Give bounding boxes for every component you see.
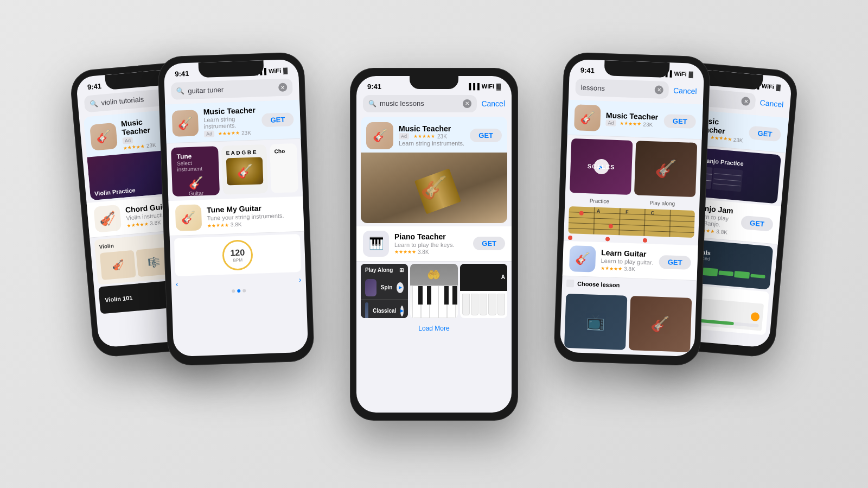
time-left1: 9:41	[87, 81, 101, 91]
mt-get-left2[interactable]: GET	[261, 112, 294, 127]
load-more-btn[interactable]: Load More	[356, 320, 512, 337]
learn-get[interactable]: GET	[659, 255, 691, 269]
piano-desc: Learn to play the keys.	[394, 242, 468, 248]
tuning-label-display: E A D G B E	[226, 149, 263, 156]
status-icons-center: ▐▐▐ WiFi ▓	[467, 83, 501, 90]
search-input-center[interactable]: 🔍 music lessons ✕	[363, 95, 477, 112]
search-query-left2: guitar tuner	[188, 83, 275, 94]
learn-count: 3.8K	[624, 265, 635, 272]
chord-stars: ★★★★★	[126, 220, 149, 227]
red-dot-3	[643, 238, 647, 242]
cho-label: Cho	[275, 148, 293, 154]
play-btn-1[interactable]: ▶	[397, 282, 404, 293]
mt-desc-center: Learn string instruments.	[399, 140, 464, 147]
scales-grid: ▶ SCALES 🎸	[565, 135, 702, 200]
search-bar-center[interactable]: 🔍 music lessons ✕ Cancel	[363, 95, 505, 112]
ad-badge-left1: Ad	[122, 137, 133, 144]
search-bar-right1[interactable]: lessons ✕ Cancel	[575, 78, 697, 100]
mt-info-right1: Music Teacher Ad ★★★★★ 23K	[605, 111, 659, 128]
mt-get-center[interactable]: GET	[470, 129, 502, 142]
guitar-icon-left2: 🎸	[175, 204, 202, 231]
tune-info: Tune My Guitar Tune your string instrume…	[207, 202, 297, 229]
right-arrow[interactable]: ›	[299, 275, 302, 283]
mt-name-center: Music Teacher	[399, 124, 464, 133]
red-dot-1	[568, 235, 572, 239]
cancel-right2[interactable]: Cancel	[760, 98, 784, 109]
battery-left2: ▓	[283, 67, 288, 73]
tune-my-guitar-item: 🎸 Tune My Guitar Tune your string instru…	[168, 196, 304, 236]
mt-stars-center: ★★★★★	[413, 134, 435, 139]
play-indicator	[750, 312, 760, 321]
piano-get[interactable]: GET	[473, 237, 505, 250]
pa-info-2: Classical	[373, 308, 396, 314]
fret-2	[618, 208, 621, 235]
wifi-center: WiFi	[482, 83, 494, 90]
mt-result-left2: 🎸 Music Teacher Learn string instruments…	[165, 99, 301, 143]
mt-count-right1: 23K	[643, 121, 653, 128]
mt-icon-left2: 🎸	[172, 109, 199, 136]
prog-bg	[697, 319, 759, 327]
battery-right2: ▓	[776, 83, 781, 90]
clear-left2[interactable]: ✕	[278, 83, 288, 92]
metronome-display: 120 BPM	[174, 233, 301, 276]
time-left2: 9:41	[175, 69, 189, 78]
choose-lesson-grid: 📺 🎸	[560, 290, 697, 356]
left-arrow[interactable]: ‹	[175, 279, 178, 288]
mt-get-right1[interactable]: GET	[664, 113, 697, 128]
fret-label-c: C	[650, 210, 654, 216]
phone-screen-left2: 9:41 ▐▐▐ WiFi ▓ 🔍 guitar tuner ✕	[164, 59, 309, 356]
pa-screenshots-center: Play Along ⊞ Spin ▶	[356, 262, 512, 320]
mt-count-right2: 23K	[733, 136, 743, 143]
wifi-right2: WiFi	[761, 82, 774, 90]
fr-hero-center: 🎸	[361, 153, 507, 223]
pa-row-1: Spin ▶	[361, 276, 408, 300]
guitar-section-left2: Tune Select instrument 🎸 Guitar E A D G …	[167, 138, 303, 201]
search-query-center: music lessons	[380, 99, 459, 107]
tune-card: Tune Select instrument 🎸 Guitar	[171, 146, 220, 197]
guitar-emoji: 🎸	[177, 175, 214, 191]
notch-center	[410, 76, 458, 89]
key-c-sharp	[418, 286, 423, 305]
metro-label: BPM	[233, 257, 242, 263]
pa-header-1: Play Along ⊞	[361, 264, 408, 276]
mt-desc-left2: Learn string instruments.	[203, 115, 257, 129]
metro-circle: 120 BPM	[222, 239, 253, 270]
piano-stars: ★★★★★	[394, 249, 416, 255]
chord-icon: 🎻	[93, 204, 122, 232]
pa-sc-2: 🤲	[410, 264, 457, 318]
mt-get-right2[interactable]: GET	[749, 125, 782, 141]
featured-result-center: 🎸 Music Teacher Ad ★★★★★ 23K Learn strin…	[361, 117, 507, 223]
lesson-card-1: 📺	[564, 293, 627, 350]
string-3	[569, 222, 694, 227]
piano-stars-row: ★★★★★ 3.8K	[394, 249, 468, 255]
lesson-card-2: 🎸	[629, 296, 692, 352]
clear-center[interactable]: ✕	[463, 99, 471, 108]
phone-left-2: 9:41 ▐▐▐ WiFi ▓ 🔍 guitar tuner ✕	[157, 52, 315, 366]
search-input-right1[interactable]: lessons ✕	[575, 78, 669, 99]
fr-app-row-center: 🎸 Music Teacher Ad ★★★★★ 23K Learn strin…	[361, 117, 507, 153]
key-g-sharp	[452, 286, 457, 305]
play-btn-2[interactable]: ▶	[400, 306, 404, 316]
piano-count: 3.8K	[418, 249, 429, 255]
mt-icon-right1: 🎸	[574, 104, 601, 131]
choose-lesson-text: Choose lesson	[577, 280, 620, 288]
phone-center: 9:41 ▐▐▐ WiFi ▓ 🔍 music lessons ✕ Cancel	[350, 68, 518, 421]
search-input-left2[interactable]: 🔍 guitar tuner ✕	[171, 78, 293, 100]
cancel-right1[interactable]: Cancel	[673, 86, 697, 96]
piano-icon: 🎹	[363, 231, 389, 257]
piano-name: Piano Teacher	[394, 232, 468, 241]
appstore-right1: 9:41 ▐▐▐ WiFi ▓ lessons ✕ Cancel	[560, 59, 705, 356]
banjo-practice-label: Banjo Practice	[702, 157, 744, 167]
pa-icon-1: ⊞	[399, 267, 404, 273]
clear-right1[interactable]: ✕	[655, 85, 664, 94]
cancel-btn-center[interactable]: Cancel	[481, 99, 505, 108]
pa-thumb-2	[365, 302, 368, 318]
metro-bpm: 120	[230, 247, 245, 257]
prog-fill	[697, 319, 734, 325]
key-f-sharp	[444, 286, 449, 305]
banjo-get[interactable]: GET	[741, 215, 774, 231]
fretboard-right1: A F C	[568, 206, 695, 237]
guitar-icon-right1: 🎸	[634, 141, 697, 197]
clear-right2[interactable]: ✕	[741, 96, 750, 105]
search-bar-left2[interactable]: 🔍 guitar tuner ✕	[171, 78, 293, 100]
